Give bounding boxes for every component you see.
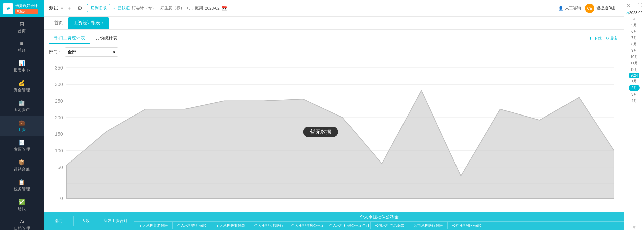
sub-tabs: 部门工资统计表 月份统计表 ⬇ 下载 ↻ 刷新: [44, 30, 624, 44]
settings-button[interactable]: ⚙: [75, 4, 84, 12]
avatar: CE: [585, 4, 594, 13]
svg-text:150: 150: [55, 131, 63, 137]
rp-month-8[interactable]: 8月: [630, 41, 638, 47]
right-panel: ✕ ⛶ ◁ 2023.02 ▲ 5月 6月 7月 8月 9月 10月 11月 1…: [624, 0, 644, 230]
sidebar-item-archive[interactable]: 🗂 归档管理: [0, 215, 44, 230]
sidebar-item-ledger[interactable]: ≡ 总账: [0, 37, 44, 57]
rp-month-7[interactable]: 7月: [630, 35, 638, 41]
sidebar-item-label: 税务管理: [14, 186, 30, 192]
assets-icon: 🏢: [18, 100, 25, 106]
service-icon: 👤: [558, 6, 564, 11]
sidebar-item-label: 资金管理: [14, 87, 30, 93]
th-unemployment: 个人承担失业保险: [211, 222, 250, 229]
filter-row: 部门： 全部 ▾: [44, 44, 624, 60]
sidebar-item-label: 首页: [18, 28, 26, 34]
rp-month-5[interactable]: 5月: [630, 22, 638, 28]
sidebar-item-sales[interactable]: 📦 进销台账: [0, 156, 44, 176]
th-major-medical: 个人承担大额医疗: [250, 222, 288, 229]
content-area: 部门工资统计表 月份统计表 ⬇ 下载 ↻ 刷新 部门： 全部 ▾: [44, 30, 624, 230]
sidebar-item-home[interactable]: ⊞ 首页: [0, 17, 44, 37]
sidebar-logo: 好 畅捷通好会计 专业版: [0, 0, 44, 17]
tax-icon: 📋: [18, 179, 25, 185]
th-total-salary: 应发工资合计: [97, 216, 134, 226]
sidebar-item-label: 结账: [18, 206, 26, 212]
sidebar-item-label: 报表中心: [14, 67, 30, 73]
th-dept: 部门: [44, 216, 74, 226]
th-group-label: 个人承担社保公积金: [134, 213, 624, 222]
rp-month-3[interactable]: 3月: [630, 92, 638, 97]
chart-area: 350 300 250 200 150 100 50 0 暂无数据: [44, 60, 624, 212]
home-icon: ⊞: [20, 21, 24, 27]
topbar-dropdown-arrow[interactable]: ▾: [61, 6, 63, 11]
sub-tab-dept[interactable]: 部门工资统计表: [49, 33, 90, 44]
rp-close-button[interactable]: ✕: [626, 3, 631, 9]
ledger-icon: ≡: [20, 41, 23, 47]
rp-month-4[interactable]: 4月: [630, 98, 638, 104]
add-button[interactable]: +: [66, 5, 73, 12]
sidebar-item-tax[interactable]: 📋 税务管理: [0, 176, 44, 195]
rp-month-11[interactable]: 11月: [629, 60, 639, 66]
period-value: 2023-02: [205, 6, 220, 11]
svg-text:350: 350: [55, 65, 63, 71]
switch-version-button[interactable]: 切到旧版: [87, 4, 110, 12]
sidebar-item-label: 总账: [18, 48, 26, 53]
sidebar-item-label: 归档管理: [14, 226, 30, 230]
th-personal-total: 个人承担社保公积金合计: [327, 222, 371, 229]
svg-text:暂无数据: 暂无数据: [310, 129, 331, 135]
invoice-icon: 🧾: [18, 139, 25, 146]
sidebar-item-salary[interactable]: 💼 工资: [0, 116, 44, 136]
sidebar-item-funds[interactable]: 💰 资金管理: [0, 77, 44, 96]
logo-text-group: 畅捷通好会计 专业版: [15, 3, 38, 14]
rp-scroll-down[interactable]: ▼: [632, 225, 637, 230]
th-personal-group: 个人承担社保公积金 个人承担养老保险 个人承担医疗保险 个人承担失业保险 个人承…: [134, 213, 624, 229]
rp-month-2-active[interactable]: 2月: [629, 85, 640, 91]
rp-date-icon[interactable]: ◁: [626, 11, 629, 15]
main-area: 测试 ▾ + ⚙ 切到旧版 ✓ 已认证 好会计（专） +好生意（标） +… 账期…: [44, 0, 624, 230]
sidebar-item-reports[interactable]: 📊 报表中心: [0, 57, 44, 77]
svg-text:250: 250: [55, 98, 63, 104]
rp-month-1[interactable]: 1月: [630, 78, 638, 84]
download-label: 下载: [594, 36, 602, 41]
service-label: 人工咨询: [565, 5, 581, 11]
calendar-icon[interactable]: 📅: [222, 6, 227, 11]
rp-month-9[interactable]: 9月: [630, 48, 638, 53]
th-medical: 个人承担医疗保险: [173, 222, 211, 229]
svg-text:0: 0: [60, 196, 63, 201]
table-header: 部门 人数 应发工资合计 个人承担社保公积金 个人承担养老保险 个人承担医疗保险…: [44, 212, 624, 230]
th-company-medical: 公司承担医疗保险: [409, 222, 448, 229]
user-info: CE 轻捷通B组...: [585, 4, 619, 13]
svg-text:50: 50: [58, 165, 63, 170]
sidebar-item-label: 发票管理: [14, 147, 30, 152]
th-pension: 个人承担养老保险: [134, 222, 173, 229]
rp-scroll-up[interactable]: ▲: [632, 16, 637, 21]
sales-icon: 📦: [18, 159, 25, 166]
funds-icon: 💰: [18, 80, 25, 86]
certified-tag: ✓ 已认证: [113, 5, 129, 11]
th-group-children: 个人承担养老保险 个人承担医疗保险 个人承担失业保险 个人承担大额医疗 个人承担…: [134, 222, 624, 229]
sidebar-item-settle[interactable]: ✅ 结账: [0, 195, 44, 215]
dept-select[interactable]: 全部 ▾: [65, 47, 118, 57]
refresh-button[interactable]: ↻ 刷新: [606, 36, 619, 41]
rp-month-10[interactable]: 10月: [629, 54, 639, 60]
tab-salary[interactable]: 工资统计报表 ×: [68, 17, 109, 29]
tag-haoshengyi: +好生意（标）: [158, 5, 184, 11]
sidebar-item-assets[interactable]: 🏢 固定资产: [0, 96, 44, 116]
dept-select-value: 全部: [68, 49, 76, 55]
download-button[interactable]: ⬇ 下载: [589, 36, 602, 41]
tab-home[interactable]: 首页: [49, 17, 68, 29]
rp-current-date: 2023.02: [629, 11, 643, 15]
sidebar-item-invoice[interactable]: 🧾 发票管理: [0, 136, 44, 156]
sub-tab-month[interactable]: 月份统计表: [90, 33, 123, 44]
rp-expand-button[interactable]: ⛶: [637, 3, 642, 8]
rp-top-buttons: ✕ ⛶: [624, 3, 644, 11]
svg-text:200: 200: [55, 115, 63, 120]
rp-month-6[interactable]: 6月: [630, 29, 638, 34]
rp-year-2024-badge: 2024: [629, 73, 639, 78]
th-headcount: 人数: [74, 216, 97, 226]
service-button[interactable]: 👤 人工咨询: [558, 5, 581, 11]
topbar-right: 👤 人工咨询 CE 轻捷通B组...: [558, 4, 619, 13]
logo-title: 畅捷通好会计: [15, 3, 38, 8]
rp-month-12[interactable]: 12月: [629, 67, 639, 73]
tab-close-icon[interactable]: ×: [101, 21, 103, 25]
logo-icon: 好: [3, 3, 13, 14]
